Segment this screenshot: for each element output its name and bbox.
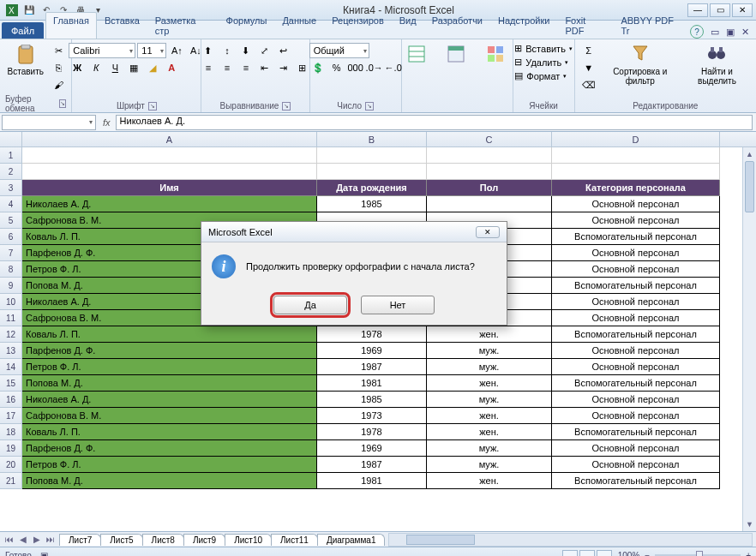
cell[interactable]: жен. <box>427 408 552 424</box>
scroll-down-icon[interactable]: ▼ <box>743 517 756 531</box>
minimize-ribbon-icon[interactable]: ▭ <box>711 27 719 38</box>
cell[interactable]: Основной персонал <box>552 261 720 278</box>
vertical-scrollbar[interactable]: ▲ ▼ <box>742 147 756 531</box>
cell[interactable]: Сафронова В. М. <box>22 408 317 424</box>
cell[interactable]: Попова М. Д. <box>22 473 317 489</box>
cell[interactable]: Вспомогательный персонал <box>552 229 720 245</box>
dialog-titlebar[interactable]: Microsoft Excel ✕ <box>201 222 507 242</box>
align-right-icon[interactable]: ≡ <box>237 60 255 75</box>
cell[interactable]: Основной персонал <box>552 359 720 375</box>
dialog-close-icon[interactable]: ✕ <box>476 226 500 238</box>
table-header-cell[interactable]: Дата рождения <box>317 180 427 196</box>
cell[interactable]: Николаев А. Д. <box>22 392 317 408</box>
cell[interactable]: жен. <box>427 375 552 392</box>
currency-icon[interactable]: 💲 <box>309 60 327 75</box>
row-header[interactable]: 5 <box>0 212 22 229</box>
cell[interactable]: Коваль Л. П. <box>22 326 317 343</box>
macro-record-icon[interactable]: ▣ <box>40 551 48 556</box>
sort-filter-button[interactable]: Сортировка и фильтр <box>601 43 680 87</box>
autosum-icon[interactable]: Σ <box>580 43 597 58</box>
name-box[interactable] <box>2 115 96 130</box>
scroll-up-icon[interactable]: ▲ <box>743 147 756 161</box>
zoom-in-icon[interactable]: + <box>746 551 751 556</box>
zoom-knob[interactable] <box>696 551 703 557</box>
cell[interactable] <box>552 164 720 180</box>
insert-cells-button[interactable]: ⊞Вставить▾ <box>514 43 573 54</box>
format-cells-button[interactable]: ▤Формат▾ <box>514 70 573 81</box>
sheet-tab[interactable]: Лист9 <box>183 534 225 546</box>
font-color-icon[interactable]: A <box>163 60 180 75</box>
delete-cells-button[interactable]: ⊟Удалить▾ <box>514 57 573 68</box>
yes-button[interactable]: Да <box>273 296 347 314</box>
maximize-button[interactable]: ▭ <box>710 3 730 17</box>
dialog-launcher-icon[interactable]: ↘ <box>365 102 374 111</box>
percent-icon[interactable]: % <box>328 60 345 75</box>
cell[interactable]: 1978 <box>317 424 427 440</box>
cell[interactable]: жен. <box>427 473 552 489</box>
cell[interactable]: Вспомогательный персонал <box>552 473 720 489</box>
increase-indent-icon[interactable]: ⇥ <box>275 60 292 75</box>
cell[interactable] <box>22 164 317 180</box>
row-header[interactable]: 20 <box>0 457 22 473</box>
restore-workbook-icon[interactable]: ▣ <box>726 27 735 38</box>
cell[interactable]: 1981 <box>317 473 427 489</box>
fill-color-icon[interactable]: ◢ <box>144 60 161 75</box>
cell[interactable] <box>317 147 427 164</box>
select-all-corner[interactable] <box>0 132 22 146</box>
last-sheet-icon[interactable]: ⏭ <box>45 534 57 546</box>
ribbon-tab[interactable]: Разработчи <box>424 12 490 39</box>
cell[interactable] <box>427 147 552 164</box>
sheet-tab[interactable]: Лист7 <box>59 534 101 546</box>
row-header[interactable]: 18 <box>0 424 22 440</box>
col-header-d[interactable]: D <box>552 132 720 146</box>
row-header[interactable]: 14 <box>0 359 22 375</box>
cell[interactable]: жен. <box>427 424 552 440</box>
paste-button[interactable]: Вставить <box>4 43 47 78</box>
row-header[interactable]: 21 <box>0 473 22 489</box>
cell[interactable] <box>22 147 317 164</box>
row-header[interactable]: 4 <box>0 196 22 212</box>
sheet-tab[interactable]: Диаграмма1 <box>317 534 386 546</box>
row-header[interactable]: 19 <box>0 440 22 457</box>
font-size-combo[interactable]: 11 <box>137 43 166 58</box>
cell[interactable]: Основной персонал <box>552 457 720 473</box>
scroll-thumb[interactable] <box>745 161 754 212</box>
ribbon-tab[interactable]: Рецензиров <box>324 12 392 39</box>
first-sheet-icon[interactable]: ⏮ <box>3 534 15 546</box>
increase-decimal-icon[interactable]: .0→ <box>366 60 383 75</box>
table-header-cell[interactable]: Категория персонала <box>552 180 720 196</box>
page-break-view-icon[interactable] <box>597 550 612 557</box>
cell[interactable]: Попова М. Д. <box>22 375 317 392</box>
save-icon[interactable]: 💾 <box>22 3 36 17</box>
page-layout-view-icon[interactable] <box>579 550 595 557</box>
cell[interactable]: 1985 <box>317 392 427 408</box>
cell[interactable]: Основной персонал <box>552 440 720 457</box>
normal-view-icon[interactable] <box>562 550 578 557</box>
format-table-button[interactable] <box>439 43 475 67</box>
no-button[interactable]: Нет <box>361 296 435 314</box>
help-icon[interactable]: ? <box>690 25 704 39</box>
copy-icon[interactable]: ⎘ <box>51 60 68 75</box>
row-header[interactable]: 9 <box>0 278 22 294</box>
ribbon-tab[interactable]: Разметка стр <box>147 12 219 39</box>
ribbon-tab[interactable]: Формулы <box>219 12 275 39</box>
col-header-c[interactable]: C <box>427 132 552 146</box>
cell[interactable] <box>317 164 427 180</box>
cell[interactable]: 1978 <box>317 326 427 343</box>
row-header[interactable]: 16 <box>0 392 22 408</box>
cell[interactable]: жен. <box>427 326 552 343</box>
cell[interactable]: муж. <box>427 359 552 375</box>
cell[interactable]: Основной персонал <box>552 392 720 408</box>
ribbon-tab[interactable]: Главная <box>45 12 97 39</box>
sheet-tab[interactable]: Лист8 <box>142 534 184 546</box>
cell[interactable]: 1985 <box>317 196 427 212</box>
dialog-launcher-icon[interactable]: ↘ <box>59 99 67 108</box>
cell[interactable] <box>427 164 552 180</box>
row-header[interactable]: 15 <box>0 375 22 392</box>
sheet-tab[interactable]: Лист11 <box>271 534 318 546</box>
cell-styles-button[interactable] <box>478 43 514 67</box>
grow-font-icon[interactable]: A↑ <box>168 43 185 58</box>
align-left-icon[interactable]: ≡ <box>200 60 217 75</box>
zoom-out-icon[interactable]: − <box>645 551 650 556</box>
cell[interactable]: Коваль Л. П. <box>22 424 317 440</box>
